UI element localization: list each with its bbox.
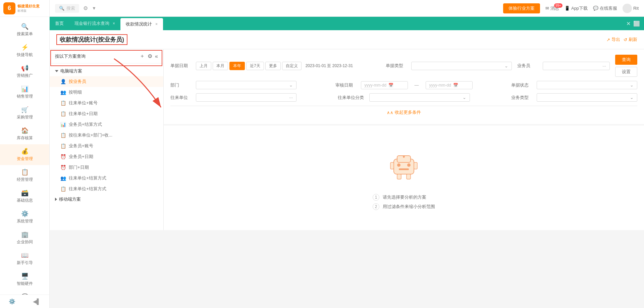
salesman-settlement-icon: 📊 [60,122,66,127]
sidebar-item-basic-info[interactable]: 🗃️ 基础信息 [0,186,49,207]
trial-button[interactable]: 体验行业方案 [503,3,540,13]
sidebar-item-marketing[interactable]: 📢 营销推广 [0,61,49,82]
empty-step-1-label: 请先选择要分析的方案 [383,194,426,200]
more-icon2: ··· [289,95,293,100]
collapse-bar[interactable]: ∧∧ 收起更多条件 [170,106,637,119]
scheme-item-partner-settlement1[interactable]: 👥 往来单位+结算方式 [50,173,163,184]
voucher-status-select[interactable]: ⌄ [537,81,637,89]
refresh-button[interactable]: ↺ 刷新 [624,37,637,43]
scheme-item-salesman-date[interactable]: ⏰ 业务员+日期 [50,151,163,162]
chevron-down-icon3: ⌄ [630,83,634,88]
app-download-label: App下载 [571,5,588,11]
voucher-type-select[interactable]: ⌄ [411,62,512,70]
user-name: Rit [633,6,639,11]
close-window-btn[interactable]: ✕ [626,20,631,27]
partner-select[interactable]: ··· [196,93,297,102]
service-icon: 💬 [593,6,598,11]
audit-date-from[interactable]: yyyy-mm-dd 📅 [361,81,408,89]
audit-to-placeholder: yyyy-mm-dd [429,83,451,88]
tab-home[interactable]: 首页 [50,17,69,30]
maximize-btn[interactable]: ⬜ [633,20,640,27]
partner-account-icon: 📋 [60,100,66,106]
voucher-type-label: 单据类型 [386,63,406,69]
partner-label: 往来单位 [170,95,191,101]
salesman-scheme-label: 按业务员 [69,79,86,85]
scheme-item-salesman-account[interactable]: 📋 业务员+账号 [50,141,163,151]
sidebar-item-wechat[interactable]: 💬 企业微信 [0,290,49,295]
sidebar-item-quicknav[interactable]: ⚡ 快捷导航 [0,40,49,61]
date-btn-7days[interactable]: 近7天 [246,62,264,70]
salesman-select[interactable]: ··· [543,62,610,70]
set-button[interactable]: 设置 [615,67,637,77]
date-btn-this-year[interactable]: 本年 [229,62,245,70]
sidebar-item-purchase[interactable]: 🛒 采购管理 [0,103,49,123]
salesman-account-label: 业务员+账号 [69,143,93,149]
date-btn-last-month[interactable]: 上月 [196,62,211,70]
date-btn-this-month[interactable]: 本月 [213,62,228,70]
sidebar-settings-btn[interactable]: ⚙️ [9,298,15,305]
tab-bank-flow[interactable]: 现金银行流水查询 × [69,17,120,30]
partner-classification-label: 往来单位分类 [338,95,364,101]
scheme-item-partner-dept[interactable]: 📋 按往来单位+部门+收... [50,130,163,141]
app-download-btn[interactable]: 📱 App下载 [565,5,588,11]
svg-rect-8 [407,174,411,179]
sidebar-item-sales[interactable]: 📊 销售管理 [0,82,49,103]
sidebar-item-inventory[interactable]: 🏠 库存核算 [0,123,49,144]
sidebar-item-label: 企业协同 [17,239,33,245]
partner-date-label: 往来单位+日期 [69,111,98,117]
audit-date-to[interactable]: yyyy-mm-dd 📅 [426,81,473,89]
tab-collection-stats[interactable]: 收款情况统计 × [120,18,163,30]
sidebar-collapse-btn[interactable]: ◀▌ [33,298,41,305]
system-icon: ⚙️ [21,210,29,217]
scheme-item-partner-date[interactable]: 📋 往来单位+日期 [50,108,163,119]
online-service-btn[interactable]: 💬 在线客服 [593,5,617,11]
close-collection-stats-icon[interactable]: × [155,22,158,27]
collapse-panel-btn[interactable]: « [155,53,158,59]
page-actions: ↗ 导出 ↺ 刷新 [606,37,637,43]
finance-icon: 💰 [21,148,29,155]
messages-btn[interactable]: ✉ 消息 99+ [545,5,559,11]
sidebar-item-label: 销售管理 [17,94,33,99]
scheme-group-desktop-title[interactable]: 电脑端方案 [50,66,163,76]
scheme-item-by-salesman[interactable]: 👤 按业务员 [50,76,163,87]
sidebar-item-search[interactable]: 🔍 搜索菜单 [0,19,49,40]
partner-classification-select[interactable]: ⌄ [369,93,470,102]
scheme-item-partner-account[interactable]: 📋 往来单位+账号 [50,98,163,108]
calendar-icon: 📅 [388,83,393,88]
salesman-account-icon: 📋 [60,143,66,149]
chevron-down-icon4: ⌄ [463,95,466,100]
topbar-settings-icon[interactable]: ⚙ [83,5,88,11]
date-btn-more[interactable]: 更多 [265,62,281,70]
close-bank-flow-icon[interactable]: × [113,21,115,26]
filter-area: 单据日期 上月 本月 本年 近7天 更多 自定义 2023-01-01 至 20… [164,49,644,124]
sidebar-item-enterprise[interactable]: 🏢 企业协同 [0,227,49,248]
scheme-item-dept-date[interactable]: ⏰ 部门+日期 [50,162,163,173]
add-scheme-btn[interactable]: ＋ [140,53,145,60]
salesman-settlement-label: 业务员+结算方式 [69,121,102,127]
sidebar-item-guide[interactable]: 📖 新手引导 [0,248,49,269]
date-dash: — [415,83,419,88]
search-bar[interactable]: 🔍 搜索 [55,4,79,13]
sidebar-item-operations[interactable]: 📋 经营管理 [0,165,49,186]
scheme-item-by-detail[interactable]: 👥 按明细 [50,87,163,98]
scheme-item-salesman-settlement[interactable]: 📊 业务员+结算方式 [50,119,163,130]
dept-select[interactable]: ⌄ [196,81,297,89]
filter-row-2: 部门 ⌄ 审核日期 yyyy-mm-dd 📅 — y [170,81,637,89]
dept-date-icon: ⏰ [60,165,66,170]
settings-scheme-btn[interactable]: ⚙ [148,53,152,59]
scheme-item-partner-settlement2[interactable]: 📋 往来单位+结算方式 [50,184,163,194]
scheme-group-mobile-title[interactable]: 移动端方案 [50,194,163,204]
robot-svg [387,149,421,183]
topbar-dropdown-icon[interactable]: ▼ [92,6,96,11]
date-btn-custom[interactable]: 自定义 [282,62,302,70]
sidebar-item-finance[interactable]: 💰 资金管理 [0,144,49,165]
date-range-display: 2023-01-01 至 2023-12-31 [306,63,353,69]
sidebar-item-hardware[interactable]: 🖥️ 智能硬件 [0,269,49,290]
user-info[interactable]: Rit [623,4,639,13]
business-type-select[interactable]: ⌄ [537,93,637,102]
partner-date-icon: 📋 [60,111,66,116]
query-button[interactable]: 查询 [615,55,637,65]
export-button[interactable]: ↗ 导出 [606,37,620,43]
partner-dept-label: 按往来单位+部门+收... [69,132,112,138]
sidebar-item-system[interactable]: ⚙️ 系统管理 [0,207,49,227]
